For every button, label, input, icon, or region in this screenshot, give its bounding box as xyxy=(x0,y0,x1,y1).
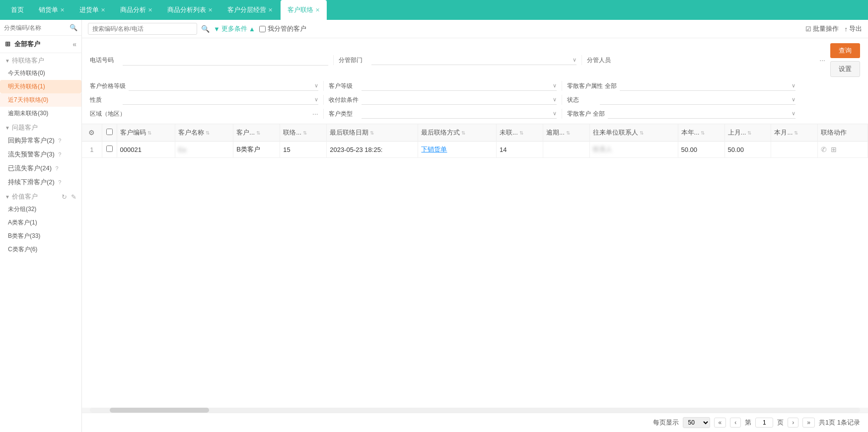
horizontal-scrollbar[interactable] xyxy=(90,408,860,413)
my-customers-checkbox[interactable] xyxy=(259,26,266,32)
sidebar-item-abnormal[interactable]: 回购异常客户(2) ? xyxy=(0,134,81,147)
sidebar-item-class-a[interactable]: A类客户(1) xyxy=(0,216,81,229)
select-all-checkbox[interactable] xyxy=(106,129,113,135)
sort-icon-date[interactable]: ⇅ xyxy=(370,130,374,136)
nav-customer-contact-close[interactable]: ✕ xyxy=(315,7,320,13)
sort-icon-code[interactable]: ⇅ xyxy=(147,130,151,136)
nav-product-list-close[interactable]: ✕ xyxy=(208,7,213,13)
nav-customer-contact[interactable]: 客户联络 ✕ xyxy=(281,0,327,20)
more-conditions-button[interactable]: ▼ 更多条件 ▲ xyxy=(214,24,255,33)
price-level-select[interactable]: ∨ xyxy=(129,81,318,91)
customer-level-select[interactable]: ∨ xyxy=(362,81,557,91)
col-type[interactable]: 客户... ⇅ xyxy=(233,124,280,142)
col-contacts[interactable]: 联络... ⇅ xyxy=(280,124,327,142)
col-overdue[interactable]: 逾期... ⇅ xyxy=(543,124,589,142)
last-page-button[interactable]: » xyxy=(802,418,815,428)
payment-select[interactable]: ∨ xyxy=(362,95,557,105)
col-uncontacted[interactable]: 未联... ⇅ xyxy=(496,124,543,142)
nature-select[interactable]: ∨ xyxy=(123,95,318,105)
nav-product-analysis-list[interactable]: 商品分析列表 ✕ xyxy=(160,0,219,20)
sidebar-item-today[interactable]: 今天待联络(0) xyxy=(0,67,81,80)
next-page-button[interactable]: › xyxy=(788,418,798,428)
page-size-select[interactable]: 50 20 100 xyxy=(683,417,710,428)
content-area: 🔍 ▼ 更多条件 ▲ 我分管的客户 ☑ 批量操作 ↑ 导出 xyxy=(82,20,868,432)
search-input[interactable] xyxy=(88,23,197,35)
sort-icon-method[interactable]: ⇅ xyxy=(461,130,465,136)
query-button[interactable]: 查询 xyxy=(830,43,860,58)
sidebar-item-churned[interactable]: 已流失客户(24) ? xyxy=(0,161,81,175)
nav-sales-close[interactable]: ✕ xyxy=(60,7,65,13)
status-select[interactable]: ∨ xyxy=(600,95,796,105)
scrollbar-thumb[interactable] xyxy=(110,408,209,413)
nav-customer-layering-close[interactable]: ✕ xyxy=(268,7,273,13)
region-dots[interactable]: ··· xyxy=(312,110,318,118)
sort-icon-overdue[interactable]: ⇅ xyxy=(566,130,570,136)
sidebar-item-class-b[interactable]: B类客户(33) xyxy=(0,229,81,243)
col-last-date[interactable]: 最后联络日期 ⇅ xyxy=(327,124,418,142)
all-customers-label: ⊞ 全部客户 xyxy=(5,40,40,49)
retail-attr-select[interactable]: ∨ xyxy=(620,81,796,91)
cell-check[interactable] xyxy=(102,142,117,158)
col-contacts2[interactable]: 往来单位联系人 ⇅ xyxy=(589,124,678,142)
call-action-icon[interactable]: ✆ xyxy=(821,145,827,153)
nav-product-analysis-close[interactable]: ✕ xyxy=(148,7,152,13)
retail-customer-select[interactable]: ∨ xyxy=(608,109,796,119)
sort-icon-last-month[interactable]: ⇅ xyxy=(747,130,751,136)
sort-icon-year[interactable]: ⇅ xyxy=(701,130,705,136)
first-page-button[interactable]: « xyxy=(714,418,726,428)
person-dots[interactable]: ··· xyxy=(819,56,825,64)
sidebar-item-7days[interactable]: 近7天待联络(0) xyxy=(0,93,81,107)
sort-icon-contacts2[interactable]: ⇅ xyxy=(640,130,644,136)
nav-home[interactable]: 首页 xyxy=(4,0,31,20)
sidebar-search-input[interactable] xyxy=(4,24,68,31)
sort-icon-this-month[interactable]: ⇅ xyxy=(794,130,798,136)
nav-product-analysis[interactable]: 商品分析 ✕ xyxy=(113,0,159,20)
nav-purchase-close[interactable]: ✕ xyxy=(101,7,105,13)
col-name[interactable]: 客户名称 ⇅ xyxy=(175,124,233,142)
filter-customer-level: 客户等级 ∨ xyxy=(329,81,557,91)
sidebar-collapse-icon[interactable]: « xyxy=(72,40,76,48)
nav-customer-layering[interactable]: 客户分层经营 ✕ xyxy=(220,0,280,20)
settings-button[interactable]: 设置 xyxy=(830,61,860,77)
dept-select[interactable]: ∨ xyxy=(371,55,577,65)
adv-filter-row-2: 客户价格等级 ∨ 客户等级 ∨ 零散客户属性 全部 ∨ xyxy=(90,81,860,91)
col-check[interactable] xyxy=(102,124,117,142)
export-button[interactable]: ↑ 导出 xyxy=(845,24,863,33)
sort-icon-name[interactable]: ⇅ xyxy=(206,130,210,136)
sidebar-item-declining[interactable]: 持续下滑客户(2) ? xyxy=(0,175,81,189)
batch-ops-button[interactable]: ☑ 批量操作 xyxy=(805,24,839,33)
col-this-month[interactable]: 本月... ⇅ xyxy=(771,124,818,142)
col-this-year[interactable]: 本年... ⇅ xyxy=(678,124,724,142)
sidebar-item-overdue[interactable]: 逾期未联络(30) xyxy=(0,107,81,120)
cell-action: ✆ ⊞ xyxy=(818,142,868,158)
col-gear[interactable]: ⚙ xyxy=(82,124,102,142)
sidebar-all-customers[interactable]: ⊞ 全部客户 « xyxy=(0,36,81,53)
table-container: ⚙ 客户编码 ⇅ 客户名称 xyxy=(82,124,868,408)
row-checkbox[interactable] xyxy=(106,145,113,152)
sidebar-item-ungrouped[interactable]: 未分组(32) xyxy=(0,203,81,216)
sort-icon-type[interactable]: ⇅ xyxy=(256,130,260,136)
sort-icon-uncontacted[interactable]: ⇅ xyxy=(519,130,523,136)
customer-type-select[interactable]: ∨ xyxy=(362,109,557,119)
gear-icon[interactable]: ⚙ xyxy=(88,129,95,137)
sidebar-search-icon[interactable]: 🔍 xyxy=(70,24,77,31)
cell-last-method[interactable]: 下销货单 xyxy=(418,142,497,158)
prev-page-button[interactable]: ‹ xyxy=(730,418,741,428)
my-customers-checkbox-label[interactable]: 我分管的客户 xyxy=(259,24,306,33)
search-button[interactable]: 🔍 xyxy=(201,25,210,33)
sort-icon-contacts[interactable]: ⇅ xyxy=(303,130,307,136)
page-number-input[interactable] xyxy=(755,418,773,428)
col-last-month[interactable]: 上月... ⇅ xyxy=(724,124,771,142)
sidebar-item-churn-warning[interactable]: 流失预警客户(3) ? xyxy=(0,147,81,161)
nav-sales[interactable]: 销货单 ✕ xyxy=(32,0,72,20)
sidebar-item-tomorrow[interactable]: 明天待联络(1) xyxy=(0,80,81,93)
phone-input[interactable] xyxy=(123,55,328,66)
col-code[interactable]: 客户编码 ⇅ xyxy=(117,124,175,142)
nav-purchase[interactable]: 进货单 ✕ xyxy=(72,0,112,20)
sidebar-item-class-c[interactable]: C类客户(6) xyxy=(0,243,81,256)
col-last-method[interactable]: 最后联络方式 ⇅ xyxy=(418,124,497,142)
adv-filter-row-3: 性质 ∨ 收付款条件 ∨ 状态 ∨ xyxy=(90,95,860,105)
sidebar-search-area: 🔍 xyxy=(0,20,81,36)
grid-action-icon[interactable]: ⊞ xyxy=(831,145,837,153)
last-method-link[interactable]: 下销货单 xyxy=(421,145,447,153)
